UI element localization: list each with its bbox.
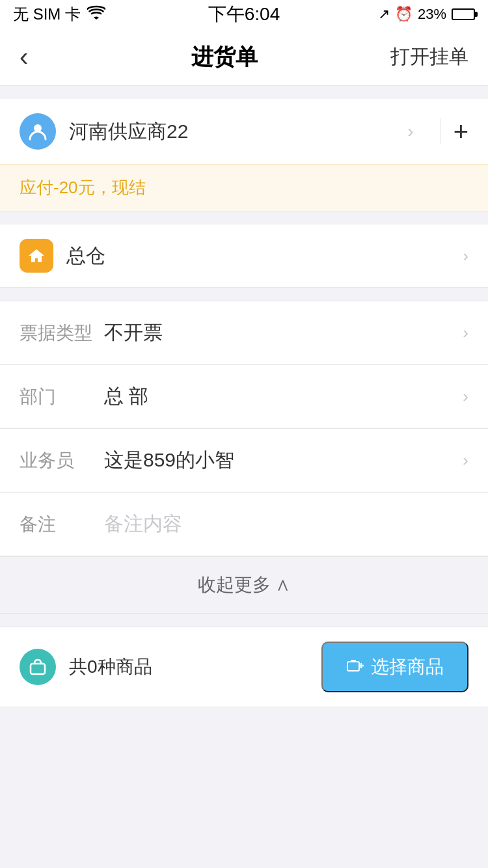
supplier-chevron-icon: › — [407, 121, 413, 142]
gap-4 — [0, 614, 488, 627]
remark-label: 备注 — [20, 512, 98, 537]
wifi-icon — [87, 5, 105, 23]
department-label: 部门 — [20, 385, 98, 409]
location-icon: ↗ — [378, 6, 390, 23]
remark-input[interactable]: 备注内容 — [104, 511, 468, 537]
salesperson-chevron-icon: › — [463, 450, 468, 470]
carrier-label: 无 SIM 卡 — [13, 4, 81, 25]
supplier-name: 河南供应商22 — [69, 118, 407, 145]
remark-row[interactable]: 备注 备注内容 — [0, 493, 488, 556]
supplier-avatar — [20, 113, 56, 150]
status-left: 无 SIM 卡 — [13, 4, 105, 25]
alarm-icon: ⏰ — [395, 6, 413, 23]
warehouse-row[interactable]: 总仓 › — [0, 224, 488, 288]
svg-marker-1 — [29, 249, 44, 262]
invoice-type-value: 不开票 — [104, 319, 463, 346]
invoice-type-row[interactable]: 票据类型 不开票 › — [0, 301, 488, 365]
collapse-label: 收起更多 ∧ — [198, 575, 291, 595]
salesperson-row[interactable]: 业务员 这是859的小智 › — [0, 429, 488, 493]
battery-icon — [452, 8, 475, 20]
gap-3 — [0, 288, 488, 301]
bottom-area — [0, 707, 488, 868]
nav-bar: ‹ 进货单 打开挂单 — [0, 29, 488, 86]
salesperson-label: 业务员 — [20, 448, 98, 473]
time-display: 下午6:04 — [208, 2, 280, 27]
invoice-type-label: 票据类型 — [20, 321, 98, 346]
select-product-label: 选择商品 — [371, 655, 444, 679]
collapse-button[interactable]: 收起更多 ∧ — [0, 556, 488, 614]
department-chevron-icon: › — [463, 387, 468, 407]
status-right: ↗ ⏰ 23% — [378, 6, 475, 23]
status-bar: 无 SIM 卡 下午6:04 ↗ ⏰ 23% — [0, 0, 488, 29]
salesperson-value: 这是859的小智 — [104, 447, 463, 474]
form-card: 票据类型 不开票 › 部门 总 部 › 业务员 这是859的小智 › 备注 备注… — [0, 301, 488, 556]
select-product-button[interactable]: 选择商品 — [321, 642, 468, 692]
open-hang-button[interactable]: 打开挂单 — [390, 44, 468, 70]
warehouse-label: 总仓 — [66, 243, 463, 269]
supplier-row[interactable]: 河南供应商22 › + — [0, 99, 488, 164]
department-row[interactable]: 部门 总 部 › — [0, 365, 488, 429]
svg-rect-3 — [347, 662, 359, 671]
battery-percent: 23% — [418, 6, 446, 23]
product-bar: 共0种商品 选择商品 — [0, 627, 488, 707]
gap-2 — [0, 211, 488, 224]
back-button[interactable]: ‹ — [20, 42, 59, 72]
product-count-label: 共0种商品 — [69, 655, 321, 679]
product-icon-bg — [20, 649, 56, 685]
warehouse-chevron-icon: › — [463, 246, 468, 266]
department-value: 总 部 — [104, 383, 463, 410]
invoice-type-chevron-icon: › — [463, 323, 468, 343]
notice-banner: 应付-20元，现结 — [0, 164, 488, 211]
page-title: 进货单 — [191, 42, 258, 72]
warehouse-icon-bg — [20, 239, 53, 273]
svg-rect-2 — [31, 664, 45, 674]
divider — [440, 118, 441, 144]
add-supplier-button[interactable]: + — [454, 117, 468, 146]
gap-1 — [0, 86, 488, 99]
notice-text: 应付-20元，现结 — [20, 178, 146, 197]
